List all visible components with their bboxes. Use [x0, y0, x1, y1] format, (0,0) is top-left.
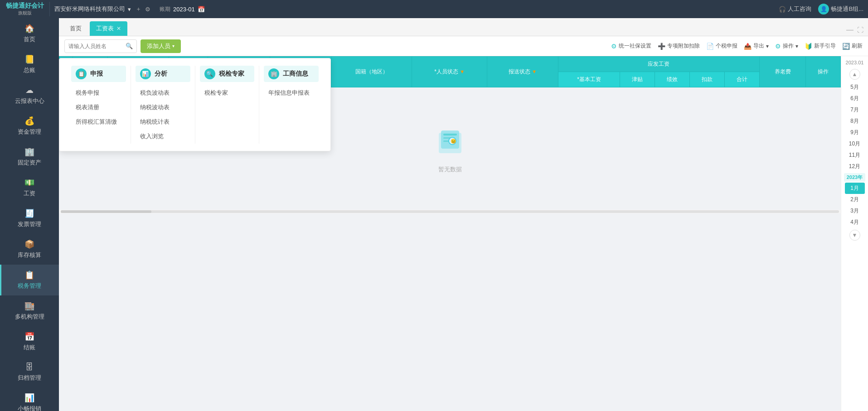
dropdown-col-analysis: 📊 分析 税负波动表 纳税波动表 纳税统计表 收入浏览	[131, 66, 195, 144]
tax-return-label: 个税申报	[716, 42, 737, 50]
sidebar-label-salary: 工资	[24, 189, 35, 198]
sidebar-item-report[interactable]: 📊 小畅报销	[0, 387, 59, 411]
operate-btn[interactable]: ⚙ 操作 ▾	[775, 42, 798, 50]
declare-title: 申报	[90, 70, 103, 78]
tax-return-btn[interactable]: 📄 个税申报	[706, 42, 737, 50]
tax-stats-item[interactable]: 纳税统计表	[136, 115, 190, 129]
tax-declare-item[interactable]: 税务申报	[71, 86, 126, 100]
tab-close-icon[interactable]: ✕	[116, 25, 121, 32]
user-name: 畅捷通B组...	[831, 5, 863, 13]
tab-home[interactable]: 首页	[63, 21, 88, 36]
add-company-icon[interactable]: ＋	[136, 5, 141, 13]
tax-burden-item[interactable]: 税负波动表	[136, 86, 190, 100]
sidebar-item-inventory[interactable]: 📦 库存核算	[0, 234, 59, 265]
sidebar-item-invoice[interactable]: 🧾 发票管理	[0, 203, 59, 234]
guide-btn[interactable]: 🔰 新手引导	[805, 42, 836, 50]
scroll-thumb[interactable]	[61, 210, 151, 213]
fullscreen-icon[interactable]: ⛶	[857, 26, 863, 34]
calendar-icon[interactable]: 📅	[198, 6, 205, 13]
sidebar-item-cloud[interactable]: ☁ 云报表中心	[0, 80, 59, 111]
timeline-month-7[interactable]: 7月	[845, 104, 865, 116]
export-arrow: ▾	[766, 43, 769, 49]
period-label: 账期	[160, 5, 170, 13]
annual-report-item[interactable]: 年报信息申报表	[264, 86, 319, 100]
analysis-icon: 📊	[140, 68, 151, 79]
timeline-down-btn[interactable]: ▼	[849, 230, 860, 241]
timeline-up-btn[interactable]: ▲	[849, 69, 860, 80]
sidebar-item-asset[interactable]: 🏢 固定资产	[0, 141, 59, 172]
bizinfo-icon: 🏢	[268, 68, 279, 79]
add-person-button[interactable]: 添加人员 ▾	[141, 39, 181, 53]
scroll-track	[61, 210, 839, 213]
operate-arrow: ▾	[795, 43, 798, 49]
settings-icon[interactable]: ⚙	[145, 6, 150, 13]
social-settings-btn[interactable]: ⚙ 统一社保设置	[611, 42, 651, 50]
income-calc-item[interactable]: 所得税汇算清缴	[71, 115, 126, 129]
th-deduction: 扣款	[690, 72, 725, 87]
sidebar-item-archive[interactable]: 🗄 归档管理	[0, 357, 59, 387]
bizinfo-title: 工商信息	[283, 70, 308, 78]
special-deduction-btn[interactable]: ➕ 专项附加扣除	[658, 42, 700, 50]
minimize-icon[interactable]: —	[846, 26, 853, 34]
empty-text: 暂无数据	[438, 165, 462, 174]
report-filter-icon[interactable]: ▼	[532, 69, 537, 74]
timeline-month-9[interactable]: 9月	[845, 127, 865, 138]
dropdown-col-bizinfo: 🏢 工商信息 年报信息申报表	[259, 66, 323, 144]
search-icon: 🔍	[126, 43, 133, 49]
scroll-bar[interactable]	[59, 210, 841, 213]
refresh-btn[interactable]: 🔄 刷新	[842, 42, 863, 50]
sidebar-item-tax[interactable]: 📋 税务管理	[0, 265, 59, 295]
timeline-month-5[interactable]: 5月	[845, 82, 865, 93]
dropdown-col-declare: 📋 申报 税务申报 税表清册 所得税汇算清缴	[67, 66, 131, 144]
sidebar: 🏠 首页 📒 总账 ☁ 云报表中心 💰 资金管理 🏢 固定资产 💵 工资 🧾 发…	[0, 18, 59, 411]
timeline-month-11[interactable]: 11月	[845, 150, 865, 161]
tax-payment-item[interactable]: 纳税波动表	[136, 100, 190, 115]
search-input[interactable]	[68, 43, 123, 49]
sidebar-label-close: 结账	[24, 343, 35, 352]
operate-label: 操作	[783, 42, 794, 50]
period-selector: 账期 2023-01 📅	[160, 5, 205, 13]
timeline-month-8[interactable]: 8月	[845, 116, 865, 127]
expert-icon: 🔍	[204, 68, 215, 79]
fund-icon: 💰	[24, 116, 34, 126]
th-region: 国籍（地区）	[332, 57, 412, 87]
timeline-month-1-active[interactable]: 1月	[845, 183, 865, 194]
tax-expert-item[interactable]: 税检专家	[200, 86, 255, 100]
tab-salary-table[interactable]: 工资表 ✕	[90, 21, 127, 36]
timeline-month-3[interactable]: 3月	[845, 205, 865, 217]
analysis-title: 分析	[155, 70, 167, 78]
tax-form-item[interactable]: 税表清册	[71, 100, 126, 115]
timeline-month-12[interactable]: 12月	[845, 161, 865, 172]
sidebar-item-home[interactable]: 🏠 首页	[0, 18, 59, 49]
export-btn[interactable]: 📤 导出 ▾	[744, 42, 769, 50]
company-selector[interactable]: 西安虾米网络科技有限公司 ▾	[54, 5, 131, 13]
sidebar-item-ledger[interactable]: 📒 总账	[0, 49, 59, 80]
th-report-status: 报送状态 ▼	[487, 57, 558, 87]
sidebar-label-invoice: 发票管理	[18, 220, 41, 228]
income-browse-item[interactable]: 收入浏览	[136, 129, 190, 144]
sidebar-label-ledger: 总账	[24, 66, 35, 74]
user-avatar[interactable]: 👤 畅捷通B组...	[818, 4, 863, 15]
topbar-actions: 🎧 人工咨询 👤 畅捷通B组...	[779, 4, 863, 15]
sidebar-item-close[interactable]: 📅 结账	[0, 326, 59, 357]
toolbar-actions: ⚙ 统一社保设置 ➕ 专项附加扣除 📄 个税申报 📤 导出 ▾ ⚙	[611, 42, 863, 50]
timeline-month-10[interactable]: 10月	[845, 138, 865, 150]
sidebar-label-multi: 多机构管理	[15, 313, 44, 321]
timeline-panel: 2023.01 ▲ 5月 6月 7月 8月 9月 10月 11月 12月 202…	[841, 56, 868, 411]
sidebar-item-salary[interactable]: 💵 工资	[0, 172, 59, 203]
guide-toolbar-icon: 🔰	[805, 43, 812, 50]
status-filter-icon[interactable]: ▼	[460, 69, 465, 74]
logo-sub-text: 旗舰版	[18, 10, 32, 16]
th-operation: 操作	[805, 57, 840, 87]
asset-icon: 🏢	[24, 147, 34, 157]
support-btn[interactable]: 🎧 人工咨询	[779, 5, 811, 13]
timeline-month-4[interactable]: 4月	[845, 217, 865, 228]
timeline-month-2[interactable]: 2月	[845, 194, 865, 205]
sidebar-item-multi[interactable]: 🏬 多机构管理	[0, 295, 59, 326]
sidebar-item-fund[interactable]: 💰 资金管理	[0, 111, 59, 141]
salary-icon: 💵	[24, 178, 34, 188]
timeline-month-6[interactable]: 6月	[845, 93, 865, 104]
support-label: 人工咨询	[788, 5, 811, 13]
cloud-icon: ☁	[25, 85, 34, 95]
avatar-icon: 👤	[818, 4, 829, 15]
